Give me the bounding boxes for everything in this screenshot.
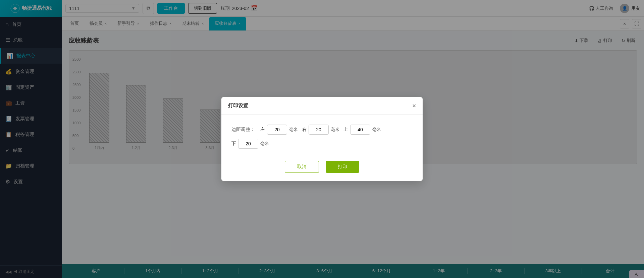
left-input[interactable] (267, 125, 287, 135)
margin-right-group: 右 毫米 (302, 125, 339, 135)
print-confirm-button[interactable]: 打印 (326, 161, 359, 173)
top-unit: 毫米 (372, 127, 381, 133)
bottom-unit: 毫米 (260, 141, 269, 147)
margin-label: 边距调整： (231, 127, 255, 133)
left-unit: 毫米 (289, 127, 298, 133)
modal-header: 打印设置 × (221, 97, 423, 115)
right-unit: 毫米 (331, 127, 339, 133)
margin-bottom-group: 下 毫米 (231, 139, 269, 149)
margin-left-group: 左 毫米 (260, 125, 298, 135)
print-settings-modal: 打印设置 × 边距调整： 左 毫米 右 毫米 上 毫米 (221, 97, 423, 181)
margin-row: 边距调整： 左 毫米 右 毫米 上 毫米 下 (231, 125, 413, 149)
modal-close-button[interactable]: × (412, 103, 416, 109)
top-input[interactable] (350, 125, 370, 135)
modal-title: 打印设置 (228, 102, 248, 109)
bottom-input[interactable] (238, 139, 258, 149)
modal-footer: 取消 打印 (221, 155, 423, 181)
left-label: 左 (260, 127, 265, 133)
top-label: 上 (343, 127, 348, 133)
bottom-label: 下 (231, 141, 236, 147)
cancel-button[interactable]: 取消 (285, 161, 319, 173)
margin-top-group: 上 毫米 (343, 125, 381, 135)
right-input[interactable] (309, 125, 329, 135)
right-label: 右 (302, 127, 307, 133)
modal-body: 边距调整： 左 毫米 右 毫米 上 毫米 下 (221, 115, 423, 155)
modal-overlay: 打印设置 × 边距调整： 左 毫米 右 毫米 上 毫米 (0, 0, 644, 278)
